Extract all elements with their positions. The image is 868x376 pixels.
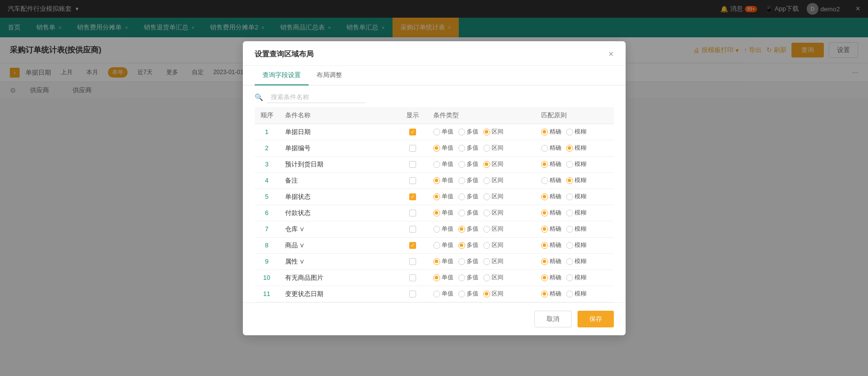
cell-name: 有无商品图片 [279,269,398,286]
modal-close-button[interactable]: × [608,49,614,59]
type-radio-多值[interactable]: 多值 [458,128,478,136]
cell-display[interactable] [398,140,427,156]
modal-header: 设置查询区域布局 × [243,41,626,66]
type-radio-单值[interactable]: 单值 [433,128,453,136]
match-radio-精确[interactable]: 精确 [541,290,561,298]
cell-display[interactable] [398,221,427,237]
display-checkbox[interactable] [409,161,416,168]
type-radio-单值[interactable]: 单值 [433,225,453,233]
cell-display[interactable] [398,205,427,221]
cell-display[interactable]: ✓ [398,237,427,253]
display-checkbox[interactable] [409,177,416,184]
type-radio-多值[interactable]: 多值 [458,225,478,233]
type-radio-多值[interactable]: 多值 [458,192,478,201]
match-radio-模糊[interactable]: 模糊 [566,128,586,136]
type-radio-多值[interactable]: 多值 [458,160,478,168]
display-checkbox[interactable] [409,145,416,152]
match-radio-模糊[interactable]: 模糊 [566,290,586,298]
type-radio-单值[interactable]: 单值 [433,273,453,282]
type-radio-区间[interactable]: 区间 [483,128,503,136]
table-header: 顺序 条件名称 显示 条件类型 匹配原则 [255,107,614,124]
match-radio-精确[interactable]: 精确 [541,176,561,185]
type-radio-单值[interactable]: 单值 [433,192,453,201]
search-input[interactable] [267,91,365,103]
cell-display[interactable]: ✓ [398,124,427,140]
type-radio-区间[interactable]: 区间 [483,192,503,201]
cell-order: 8 [255,237,279,253]
type-radio-单值[interactable]: 单值 [433,144,453,152]
match-radio-模糊[interactable]: 模糊 [566,273,586,282]
type-radio-区间[interactable]: 区间 [483,273,503,282]
match-radio-模糊[interactable]: 模糊 [566,225,586,233]
modal-title: 设置查询区域布局 [255,50,314,59]
cell-type: 单值多值区间 [427,237,535,253]
match-radio-模糊[interactable]: 模糊 [566,176,586,185]
type-radio-多值[interactable]: 多值 [458,176,478,185]
cell-type: 单值多值区间 [427,253,535,269]
match-radio-精确[interactable]: 精确 [541,257,561,266]
type-radio-单值[interactable]: 单值 [433,257,453,266]
modal-search-area: 🔍 [243,85,626,107]
type-radio-多值[interactable]: 多值 [458,144,478,152]
cancel-button[interactable]: 取消 [534,311,572,327]
display-checkbox[interactable]: ✓ [409,129,416,135]
match-radio-模糊[interactable]: 模糊 [566,209,586,217]
display-checkbox[interactable] [409,274,416,281]
type-radio-区间[interactable]: 区间 [483,225,503,233]
type-radio-区间[interactable]: 区间 [483,290,503,298]
type-radio-单值[interactable]: 单值 [433,176,453,185]
type-radio-单值[interactable]: 单值 [433,209,453,217]
display-checkbox[interactable] [409,258,416,265]
cell-match: 精确模糊 [535,269,614,286]
table-row: 5单据状态✓单值多值区间精确模糊 [255,188,614,205]
type-radio-区间[interactable]: 区间 [483,209,503,217]
match-radio-精确[interactable]: 精确 [541,144,561,152]
match-radio-精确[interactable]: 精确 [541,128,561,136]
cell-display[interactable] [398,253,427,269]
type-radio-区间[interactable]: 区间 [483,257,503,266]
match-radio-模糊[interactable]: 模糊 [566,144,586,152]
tab-query-fields[interactable]: 查询字段设置 [255,66,309,85]
match-radio-精确[interactable]: 精确 [541,192,561,201]
tab-layout-adjust[interactable]: 布局调整 [309,66,350,85]
match-radio-模糊[interactable]: 模糊 [566,257,586,266]
display-checkbox[interactable] [409,291,416,297]
display-checkbox[interactable]: ✓ [409,242,416,249]
match-radio-精确[interactable]: 精确 [541,273,561,282]
type-radio-多值[interactable]: 多值 [458,257,478,266]
cell-type: 单值多值区间 [427,269,535,286]
match-radio-精确[interactable]: 精确 [541,209,561,217]
cell-display[interactable] [398,286,427,302]
th-order: 顺序 [255,107,279,124]
cell-match: 精确模糊 [535,286,614,302]
match-radio-模糊[interactable]: 模糊 [566,241,586,249]
type-radio-区间[interactable]: 区间 [483,160,503,168]
cell-order: 4 [255,172,279,188]
match-radio-精确[interactable]: 精确 [541,160,561,168]
type-radio-单值[interactable]: 单值 [433,241,453,249]
cell-display[interactable] [398,269,427,286]
display-checkbox[interactable]: ✓ [409,193,416,200]
type-radio-单值[interactable]: 单值 [433,160,453,168]
match-radio-精确[interactable]: 精确 [541,225,561,233]
type-radio-多值[interactable]: 多值 [458,273,478,282]
type-radio-多值[interactable]: 多值 [458,209,478,217]
modal-overlay: 设置查询区域布局 × 查询字段设置 布局调整 🔍 顺序 条件名称 显示 条件类型 [0,0,868,376]
type-radio-单值[interactable]: 单值 [433,290,453,298]
match-radio-精确[interactable]: 精确 [541,241,561,249]
type-radio-区间[interactable]: 区间 [483,144,503,152]
cell-display[interactable] [398,156,427,172]
table-row: 10有无商品图片单值多值区间精确模糊 [255,269,614,286]
display-checkbox[interactable] [409,210,416,216]
type-radio-多值[interactable]: 多值 [458,290,478,298]
display-checkbox[interactable] [409,226,416,233]
type-radio-区间[interactable]: 区间 [483,176,503,185]
cell-display[interactable] [398,172,427,188]
type-radio-区间[interactable]: 区间 [483,241,503,249]
type-radio-多值[interactable]: 多值 [458,241,478,249]
cell-order: 10 [255,269,279,286]
match-radio-模糊[interactable]: 模糊 [566,192,586,201]
cell-display[interactable]: ✓ [398,188,427,205]
match-radio-模糊[interactable]: 模糊 [566,160,586,168]
save-button[interactable]: 保存 [578,311,614,327]
